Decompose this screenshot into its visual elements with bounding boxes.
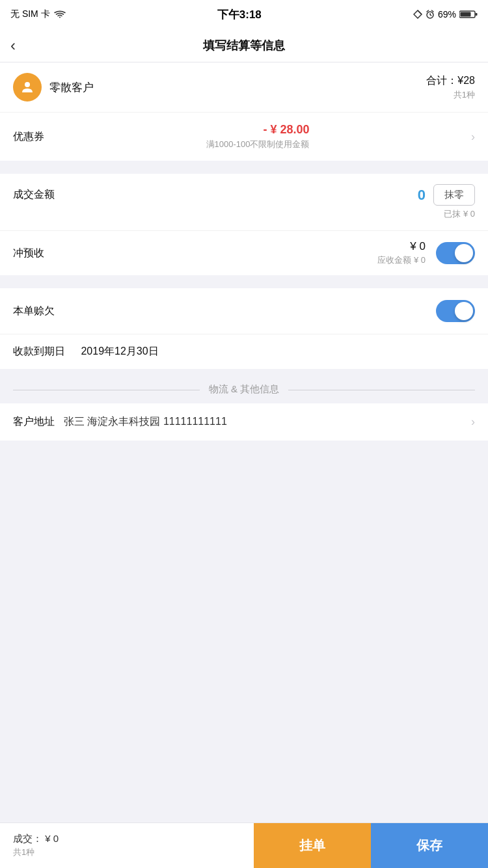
due-date-row: 收款到期日 2019年12月30日 bbox=[0, 334, 488, 369]
status-left: 无 SIM 卡 bbox=[10, 8, 66, 20]
already-rounded: 已抹 ¥ 0 bbox=[13, 208, 475, 220]
coupon-chevron-icon: › bbox=[471, 130, 475, 144]
status-bar: 无 SIM 卡 下午3:18 69% bbox=[0, 0, 488, 29]
location-icon bbox=[413, 10, 422, 19]
alarm-icon bbox=[426, 10, 435, 19]
bottom-spacer bbox=[0, 577, 488, 629]
debit-toggle[interactable] bbox=[436, 300, 475, 322]
divider-1 bbox=[0, 167, 488, 174]
duedate-label: 收款到期日 bbox=[13, 346, 65, 357]
debit-row: 本单赊欠 bbox=[0, 288, 488, 334]
divider-2 bbox=[0, 282, 488, 288]
coupon-desc: 满1000-100不限制使用金额 bbox=[206, 139, 310, 150]
nav-bar: ‹ 填写结算等信息 bbox=[0, 29, 488, 62]
svg-rect-2 bbox=[460, 12, 470, 17]
logistics-header: 物流 & 其他信息 bbox=[0, 375, 488, 403]
prepay-right: ¥ 0 应收金额 ¥ 0 bbox=[377, 240, 475, 266]
address-label: 客户地址 bbox=[13, 415, 59, 429]
address-row[interactable]: 客户地址 张三 海淀永丰科技园 11111111111 › bbox=[0, 403, 488, 441]
status-right: 69% bbox=[413, 9, 478, 20]
svg-point-4 bbox=[25, 82, 30, 87]
prepay-main-amount: ¥ 0 bbox=[377, 240, 426, 253]
save-button[interactable]: 保存 bbox=[371, 823, 488, 868]
debit-section: 本单赊欠 收款到期日 2019年12月30日 bbox=[0, 288, 488, 369]
avatar bbox=[13, 73, 42, 102]
bottom-deal: 成交： ¥ 0 bbox=[13, 833, 241, 845]
duedate-value: 2019年12月30日 bbox=[81, 346, 158, 357]
round-off-button[interactable]: 抹零 bbox=[433, 184, 475, 206]
address-chevron-icon: › bbox=[471, 415, 475, 429]
prepay-row: 冲预收 ¥ 0 应收金额 ¥ 0 bbox=[0, 230, 488, 275]
transaction-label: 成交金额 bbox=[13, 188, 55, 202]
page-title: 填写结算等信息 bbox=[203, 38, 285, 53]
bottom-bar: 成交： ¥ 0 共1种 挂单 保存 bbox=[0, 822, 488, 868]
coupon-label: 优惠券 bbox=[13, 130, 44, 144]
customer-left: 零散客户 bbox=[13, 73, 94, 102]
battery-icon bbox=[459, 10, 478, 19]
coupon-row[interactable]: 优惠券 - ¥ 28.00 满1000-100不限制使用金额 › bbox=[0, 112, 488, 161]
logistics-text: 物流 & 其他信息 bbox=[200, 383, 288, 396]
empty-space bbox=[0, 447, 488, 577]
bottom-info: 成交： ¥ 0 共1种 bbox=[0, 823, 254, 868]
battery-percent: 69% bbox=[438, 9, 456, 20]
amount-right: 0 抹零 bbox=[418, 184, 475, 206]
customer-section: 零散客户 合计：¥28 共1种 优惠券 - ¥ 28.00 满1000-100不… bbox=[0, 62, 488, 161]
summary-total: 合计：¥28 bbox=[426, 74, 475, 88]
coupon-amount: - ¥ 28.00 bbox=[206, 123, 310, 137]
hold-button[interactable]: 挂单 bbox=[254, 823, 371, 868]
amount-main-row: 成交金额 0 抹零 bbox=[13, 184, 475, 206]
address-section: 客户地址 张三 海淀永丰科技园 11111111111 › bbox=[0, 403, 488, 441]
bottom-count: 共1种 bbox=[13, 847, 241, 858]
summary-count: 共1种 bbox=[426, 89, 475, 101]
prepay-toggle[interactable] bbox=[436, 242, 475, 264]
debit-label: 本单赊欠 bbox=[13, 305, 55, 318]
back-button[interactable]: ‹ bbox=[10, 36, 16, 55]
transaction-row: 成交金额 0 抹零 已抹 ¥ 0 bbox=[0, 174, 488, 230]
wifi-icon bbox=[54, 10, 66, 19]
prepay-amounts: ¥ 0 应收金额 ¥ 0 bbox=[377, 240, 426, 266]
customer-summary: 合计：¥28 共1种 bbox=[426, 74, 475, 101]
amount-section: 成交金额 0 抹零 已抹 ¥ 0 冲预收 ¥ 0 应收金额 ¥ 0 bbox=[0, 174, 488, 275]
signal-text: 无 SIM 卡 bbox=[10, 8, 50, 20]
prepay-sub-amount: 应收金额 ¥ 0 bbox=[377, 254, 426, 266]
prepay-label: 冲预收 bbox=[13, 247, 44, 260]
status-time: 下午3:18 bbox=[217, 7, 262, 22]
customer-name: 零散客户 bbox=[49, 80, 94, 95]
svg-rect-3 bbox=[475, 13, 477, 16]
coupon-right: - ¥ 28.00 满1000-100不限制使用金额 bbox=[206, 123, 310, 150]
address-value: 张三 海淀永丰科技园 11111111111 bbox=[64, 415, 471, 429]
transaction-value: 0 bbox=[418, 187, 426, 204]
customer-row: 零散客户 合计：¥28 共1种 bbox=[0, 62, 488, 112]
